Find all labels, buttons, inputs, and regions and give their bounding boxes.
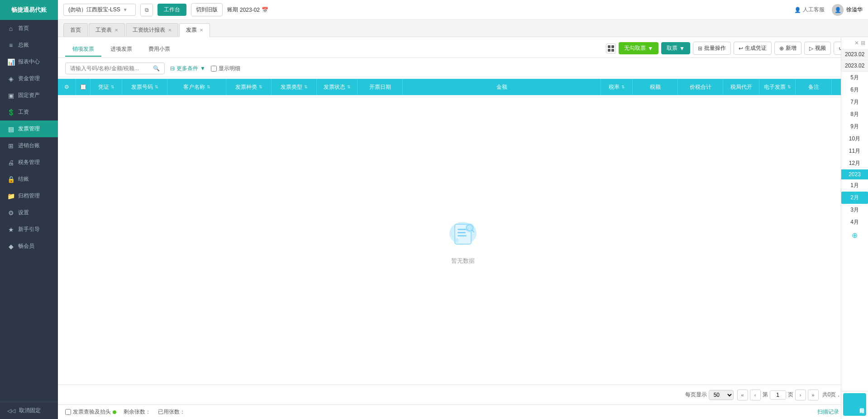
sidebar-item-close-account[interactable]: 🔒 结账	[0, 171, 58, 188]
period-2023-month-1[interactable]: 1月	[841, 179, 868, 192]
subtab-expense[interactable]: 费用小票	[141, 43, 177, 57]
period-month-8[interactable]: 8月	[841, 108, 868, 120]
sort-icon: ⇅	[347, 85, 351, 89]
tab-salary-stats[interactable]: 工资统计报表 ✕	[126, 23, 178, 37]
period-panel-expand-btn[interactable]: ⊞	[861, 40, 865, 46]
page-size-selector[interactable]: 每页显示 50 20 100	[685, 390, 734, 400]
period-panel-close-btn[interactable]: ✕	[854, 40, 859, 46]
sidebar-item-reports[interactable]: 📊 报表中心	[0, 53, 58, 70]
period-month-6[interactable]: 6月	[841, 84, 868, 96]
filter-arrow-icon: ▼	[200, 65, 205, 72]
subtab-purchase[interactable]: 进项发票	[103, 43, 139, 57]
sidebar-item-member[interactable]: ◆ 畅会员	[0, 238, 58, 255]
sort-icon: ⇅	[207, 85, 210, 89]
no-deduct-dropdown-icon: ▼	[648, 45, 653, 52]
sidebar: 畅捷通易代账 ⌂ 首页 ≡ 总账 📊 报表中心 ◈ 资金管理 ▣ 固定资产 💲 …	[0, 0, 58, 419]
sidebar-item-invoice-mgmt[interactable]: ▤ 发票管理	[0, 120, 58, 137]
workspace-button[interactable]: 工作台	[157, 4, 186, 16]
service-button[interactable]: 👤 人工客服	[794, 6, 825, 14]
page-content: 销项发票 进项发票 费用小票 无勾取票 ▼	[58, 37, 868, 419]
last-page-button[interactable]: »	[808, 390, 819, 400]
sidebar-item-fixed-assets[interactable]: ▣ 固定资产	[0, 87, 58, 104]
batch-op-button[interactable]: ⊞ 批量操作	[693, 42, 731, 55]
status-bar: 发票查验及抬头 剩余张数： 已用张数： 扫描记录 去充值	[58, 405, 868, 419]
more-filter-button[interactable]: ⊟ 更多条件 ▼	[170, 65, 205, 72]
period-panel: ✕ ⊞ 2023.02 2023.02 5月 6月 7月 8月 9月 10月 1…	[841, 37, 868, 419]
take-ticket-button[interactable]: 取票 ▼	[661, 42, 690, 54]
video-button[interactable]: ▷ 视频	[804, 42, 831, 55]
remaining-label: 剩余张数：	[124, 408, 151, 416]
th-check[interactable]	[76, 79, 91, 95]
sidebar-item-archive[interactable]: 📁 归档管理	[0, 188, 58, 204]
sidebar-item-label: 发票管理	[18, 125, 40, 133]
period-header-item-2[interactable]: 2023.02	[841, 60, 868, 72]
new-button[interactable]: ⊕ 新增	[774, 42, 801, 55]
sidebar-item-settings[interactable]: ⚙ 设置	[0, 204, 58, 221]
tab-invoice-close[interactable]: ✕	[200, 28, 203, 33]
tab-salary-label: 工资表	[95, 26, 112, 34]
page-size-select[interactable]: 50 20 100	[709, 390, 734, 400]
sidebar-item-guide[interactable]: ★ 新手引导	[0, 221, 58, 238]
gen-voucher-button[interactable]: ↩ 生成凭证	[734, 42, 772, 55]
main-area: (勿动）江西股宝-LSS ▼ ⧉ 工作台 切到旧版 账期 2023-02 📅 👤…	[58, 0, 868, 419]
invoice-check-status: 发票查验及抬头	[65, 408, 116, 416]
sidebar-item-sales-ledger[interactable]: ⊞ 进销台账	[0, 137, 58, 154]
period-month-7[interactable]: 7月	[841, 96, 868, 108]
page-size-label: 每页显示	[685, 391, 707, 399]
tab-salary-close[interactable]: ✕	[114, 28, 118, 33]
company-selector[interactable]: (勿动）江西股宝-LSS ▼	[63, 4, 136, 16]
tab-salary[interactable]: 工资表 ✕	[89, 23, 125, 37]
period-2023-month-2[interactable]: 2月	[841, 192, 868, 204]
empty-text: 暂无数据	[451, 257, 475, 265]
page-input[interactable]: 第 页	[763, 390, 793, 400]
invoice-check-checkbox[interactable]	[65, 409, 71, 415]
period-year-2023[interactable]: 2023	[841, 169, 868, 179]
th-settings[interactable]: ⚙	[58, 79, 76, 95]
sidebar-item-label: 设置	[18, 209, 29, 217]
scroll-icon: ⊕	[852, 231, 858, 240]
empty-state: 暂无数据	[58, 95, 868, 385]
collapse-label: 取消固定	[19, 407, 41, 414]
period-header-item-1[interactable]: 2023.02	[841, 49, 868, 60]
sidebar-item-home[interactable]: ⌂ 首页	[0, 20, 58, 37]
page-number-input[interactable]	[770, 390, 786, 400]
filter-bar: 🔍 ⊟ 更多条件 ▼ 显示明细	[58, 58, 868, 79]
next-page-button[interactable]: ›	[795, 390, 806, 400]
copy-button[interactable]: ⧉	[140, 4, 153, 16]
period-scroll-btn[interactable]: ⊕	[841, 228, 868, 242]
open-period-section: 开账日期	[841, 391, 868, 419]
no-deduct-button[interactable]: 无勾取票 ▼	[619, 42, 658, 54]
period-month-5[interactable]: 5月	[841, 72, 868, 84]
reports-icon: 📊	[7, 58, 14, 66]
tab-salary-stats-close[interactable]: ✕	[168, 28, 172, 33]
user-info[interactable]: 👤 徐溢华	[832, 4, 863, 16]
period-2023-month-3[interactable]: 3月	[841, 204, 868, 216]
select-all-checkbox[interactable]	[81, 84, 86, 90]
subtab-sales[interactable]: 销项发票	[65, 43, 101, 57]
prev-page-button[interactable]: ‹	[750, 390, 761, 400]
period-month-11[interactable]: 11月	[841, 145, 868, 157]
show-detail-label[interactable]: 显示明细	[211, 65, 240, 72]
sidebar-item-tax-mgmt[interactable]: 🖨 税务管理	[0, 154, 58, 171]
sidebar-item-funds[interactable]: ◈ 资金管理	[0, 70, 58, 87]
search-input[interactable]	[70, 65, 150, 72]
tab-invoice[interactable]: 发票 ✕	[179, 23, 210, 37]
grid-view-icon[interactable]	[606, 43, 616, 53]
open-period-button[interactable]: 开账日期	[843, 393, 866, 416]
search-input-wrapper[interactable]: 🔍	[65, 63, 165, 74]
sidebar-collapse-btn[interactable]: ◁◁ 取消固定	[0, 402, 58, 419]
th-customer-name-label: 客户名称	[183, 83, 205, 91]
sidebar-item-salary[interactable]: 💲 工资	[0, 104, 58, 120]
show-detail-checkbox[interactable]	[211, 66, 217, 72]
period-list: 2023.02 2023.02 5月 6月 7月 8月 9月 10月 11月 1…	[841, 49, 868, 391]
period-month-12[interactable]: 12月	[841, 157, 868, 169]
period-2023-month-4[interactable]: 4月	[841, 216, 868, 228]
period-month-10[interactable]: 10月	[841, 133, 868, 145]
switch-version-button[interactable]: 切到旧版	[191, 3, 223, 16]
period-month-9[interactable]: 9月	[841, 120, 868, 133]
sidebar-item-label: 畅会员	[18, 242, 34, 250]
first-page-button[interactable]: «	[737, 390, 748, 400]
tab-home[interactable]: 首页	[63, 23, 88, 37]
scan-record-link[interactable]: 扫描记录	[817, 408, 839, 416]
sidebar-item-ledger[interactable]: ≡ 总账	[0, 37, 58, 53]
